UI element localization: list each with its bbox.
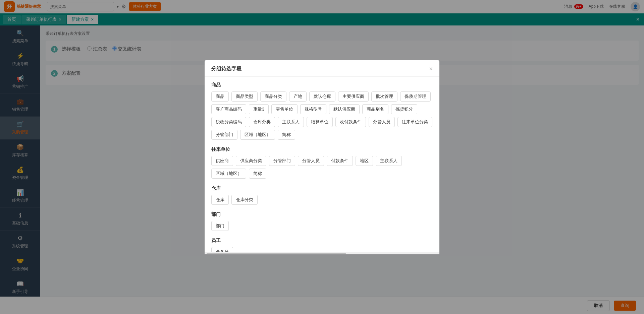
field-tag-short-name2[interactable]: 简称 [249,169,266,179]
field-tags-warehouse: 仓库 仓库分类 [211,195,433,205]
field-tag-main-contact2[interactable]: 主联系人 [376,156,402,166]
field-group-goods-title: 商品 [211,82,433,88]
field-tag-origin[interactable]: 产地 [289,91,307,102]
field-group-department-title: 部门 [211,211,433,217]
field-group-goods: 商品 商品 商品类型 商品分类 产地 默认仓库 主要供应商 批次管理 保质期管理… [211,82,433,140]
field-tags-goods: 商品 商品类型 商品分类 产地 默认仓库 主要供应商 批次管理 保质期管理 客户… [211,91,433,140]
field-tag-main-supplier[interactable]: 主要供应商 [338,91,369,102]
field-tag-region2[interactable]: 区域（地区） [211,169,246,179]
field-tag-warehouse-category[interactable]: 仓库分类 [249,117,275,127]
field-tag-main-contact[interactable]: 主联系人 [278,117,304,127]
field-tag-pay-terms[interactable]: 付款条件 [327,156,353,166]
field-tag-expiry-manage[interactable]: 保质期管理 [400,91,431,102]
field-tags-employee: 业务员 [211,247,433,252]
field-tag-department[interactable]: 部门 [211,221,229,231]
field-tag-goods-category[interactable]: 商品分类 [260,91,286,102]
field-tag-district[interactable]: 地区 [356,156,373,166]
field-group-partner: 往来单位 供应商 供应商分类 分管部门 分管人员 付款条件 地区 主联系人 区域… [211,146,433,179]
modal-title: 分组待选字段 [211,66,241,72]
field-tag-dept-manage[interactable]: 分管部门 [211,130,237,140]
field-tag-manager[interactable]: 分管人员 [369,117,395,127]
field-tag-weight3[interactable]: 重量3 [249,104,269,114]
modal-header: 分组待选字段 × [205,60,439,77]
field-tag-warehouse[interactable]: 仓库 [211,195,229,205]
field-tag-goods[interactable]: 商品 [211,91,229,102]
field-tags-department: 部门 [211,221,433,231]
field-tag-partner-category[interactable]: 往来单位分类 [397,117,432,127]
field-tag-retail-unit[interactable]: 零售单位 [271,104,298,114]
field-tag-short-name[interactable]: 简称 [278,130,295,140]
field-tags-partner: 供应商 供应商分类 分管部门 分管人员 付款条件 地区 主联系人 区域（地区） … [211,156,433,179]
field-tag-pick-points[interactable]: 拣货积分 [391,104,417,114]
field-tag-goods-type[interactable]: 商品类型 [231,91,258,102]
field-tag-payment-terms[interactable]: 收付款条件 [335,117,366,127]
field-tag-default-supplier[interactable]: 默认供应商 [329,104,360,114]
field-tag-settlement-unit[interactable]: 结算单位 [307,117,333,127]
modal-dialog: 分组待选字段 × 商品 商品 商品类型 商品分类 产地 默认仓库 主要供应商 批… [205,60,439,254]
field-tag-goods-alias[interactable]: 商品别名 [362,104,388,114]
field-tag-warehouse-cat[interactable]: 仓库分类 [231,195,258,205]
field-tag-supplier-category[interactable]: 供应商分类 [236,156,266,166]
field-group-warehouse-title: 仓库 [211,185,433,191]
field-tag-partner-dept[interactable]: 分管部门 [269,156,295,166]
field-tag-supplier[interactable]: 供应商 [211,156,233,166]
field-group-partner-title: 往来单位 [211,146,433,152]
field-tag-region[interactable]: 区域（地区） [240,130,275,140]
modal-overlay: 分组待选字段 × 商品 商品 商品类型 商品分类 产地 默认仓库 主要供应商 批… [0,0,644,314]
modal-close-button[interactable]: × [429,65,433,72]
field-tag-salesperson[interactable]: 业务员 [211,247,233,252]
field-tag-partner-manager[interactable]: 分管人员 [298,156,324,166]
field-tag-customer-code[interactable]: 客户商品编码 [211,104,246,114]
field-group-employee-title: 员工 [211,238,433,244]
field-tag-tax-code[interactable]: 税收分类编码 [211,117,246,127]
field-group-warehouse: 仓库 仓库 仓库分类 [211,185,433,205]
field-group-department: 部门 部门 [211,211,433,231]
modal-body: 商品 商品 商品类型 商品分类 产地 默认仓库 主要供应商 批次管理 保质期管理… [205,77,439,252]
field-group-employee: 员工 业务员 [211,238,433,252]
field-tag-batch-manage[interactable]: 批次管理 [371,91,397,102]
field-tag-spec-model[interactable]: 规格型号 [300,104,326,114]
modal-horizontal-scrollbar[interactable] [205,252,439,254]
field-tag-default-warehouse[interactable]: 默认仓库 [309,91,335,102]
